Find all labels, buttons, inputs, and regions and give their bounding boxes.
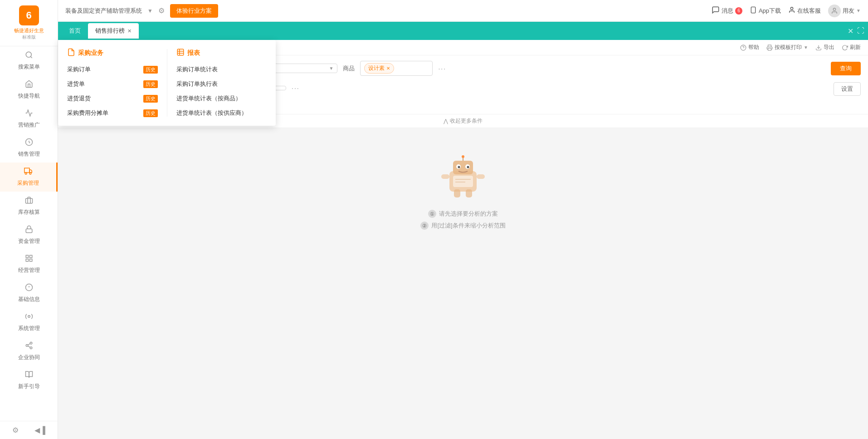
empty-hint-1: ① 请先选择要分析的方案 [420, 208, 505, 220]
svg-point-17 [26, 345, 28, 347]
sidebar-item-operations[interactable]: 经营管理 [0, 250, 58, 279]
goods-select[interactable]: 设计素 ✕ [360, 61, 433, 76]
marketing-icon [25, 109, 33, 119]
system-title: 装备及固定资产辅助管理系统 [65, 7, 142, 15]
svg-point-4 [25, 173, 27, 174]
sidebar-item-marketing[interactable]: 营销推广 [0, 104, 58, 133]
collapse-up-icon: ⋀ [444, 118, 448, 124]
phone-icon [750, 6, 757, 15]
industry-button[interactable]: 体验行业方案 [170, 4, 218, 18]
purchase-order-exec-item[interactable]: 采购订单执行表 [173, 77, 271, 91]
purchase-section: 采购业务 采购订单 历史 进货单 历史 进货退货 历史 采购费用分摊单 历史 [58, 45, 167, 120]
user-menu[interactable]: 用友 ▼ [828, 5, 861, 17]
goods-more-dots[interactable]: ··· [438, 65, 446, 72]
sidebar-item-funds[interactable]: 资金管理 [0, 221, 58, 250]
goods-stats-by-goods-item[interactable]: 进货单统计表（按商品） [173, 91, 271, 106]
sidebar-nav: 搜索菜单 快捷导航 营销推广 销售管理 [0, 46, 58, 421]
svg-rect-21 [751, 7, 755, 13]
tab-bar: 首页 销售排行榜 ✕ ✕ ⛶ [58, 22, 868, 40]
print-button[interactable]: 按模板打印 ▼ [766, 44, 808, 51]
toolbar-actions: 帮助 按模板打印 ▼ 导出 刷新 [740, 44, 861, 51]
sidebar-item-inventory[interactable]: 库存核算 [0, 192, 58, 221]
help-button[interactable]: 帮助 [740, 44, 759, 51]
logo-area: 6 畅捷通好生意 标准版 [0, 0, 58, 46]
sidebar-item-enterprise[interactable]: 企业协同 [0, 337, 58, 366]
svg-point-36 [462, 155, 464, 158]
svg-point-33 [458, 166, 460, 168]
collapse-sidebar-icon[interactable]: ◀▐ [34, 426, 45, 434]
svg-point-18 [30, 347, 32, 349]
svg-rect-10 [29, 259, 32, 261]
basic-info-icon [25, 283, 33, 294]
svg-rect-2 [24, 168, 29, 173]
tab-close-all-icon[interactable]: ✕ [848, 27, 853, 35]
sidebar-footer: ⚙ ◀▐ [0, 421, 58, 439]
sidebar: 6 畅捷通好生意 标准版 搜索菜单 快捷导航 [0, 0, 58, 439]
purchase-order-item[interactable]: 采购订单 历史 [63, 62, 161, 77]
export-button[interactable]: 导出 [815, 44, 834, 51]
operations-icon [25, 254, 33, 265]
purchase-order-stats-item[interactable]: 采购订单统计表 [173, 62, 271, 77]
svg-rect-37 [441, 174, 449, 179]
sidebar-item-system[interactable]: 系统管理 [0, 308, 58, 337]
svg-rect-9 [29, 256, 32, 258]
svg-point-15 [28, 316, 30, 318]
purchase-section-icon [67, 48, 75, 58]
guide-icon [25, 370, 33, 381]
svg-rect-44 [177, 49, 184, 55]
goods-stats-by-supplier-item[interactable]: 进货单统计表（按供应商） [173, 106, 271, 120]
query-button[interactable]: 查询 [831, 62, 861, 75]
sidebar-item-quick-nav[interactable]: 快捷导航 [0, 75, 58, 104]
svg-line-20 [28, 344, 30, 345]
tab-close-icon[interactable]: ✕ [127, 28, 132, 34]
svg-marker-3 [29, 170, 32, 173]
svg-point-23 [790, 7, 793, 10]
tab-bar-actions: ✕ ⛶ [848, 27, 864, 35]
tab-sales-rank[interactable]: 销售排行榜 ✕ [88, 23, 139, 39]
goods-tag-chip: 设计素 ✕ [364, 63, 394, 74]
svg-rect-38 [477, 174, 485, 179]
tab-home[interactable]: 首页 [62, 23, 88, 39]
header-right: 消息 6 App下载 在线客服 [712, 5, 861, 17]
sidebar-item-purchase[interactable]: 采购管理 [0, 163, 58, 192]
settings-button[interactable]: 设置 [834, 82, 861, 96]
goods-receipt-item[interactable]: 进货单 历史 [63, 77, 161, 91]
header-settings-icon[interactable]: ⚙ [158, 6, 165, 15]
purchase-icon [24, 167, 32, 178]
online-service-button[interactable]: 在线客服 [788, 6, 821, 15]
inventory-icon [25, 196, 33, 207]
purchase-expense-item[interactable]: 采购费用分摊单 历史 [63, 106, 161, 120]
goods-return-item[interactable]: 进货退货 历史 [63, 91, 161, 106]
svg-point-0 [26, 52, 31, 58]
svg-line-19 [28, 346, 30, 348]
tab-maximize-icon[interactable]: ⛶ [857, 27, 864, 35]
empty-illustration [436, 155, 490, 201]
message-button[interactable]: 消息 6 [712, 6, 742, 15]
system-icon [25, 312, 33, 323]
user-dropdown-icon: ▼ [856, 8, 861, 13]
settings-footer-icon[interactable]: ⚙ [12, 426, 19, 434]
enterprise-icon [25, 341, 33, 352]
logo-icon: 6 [19, 5, 39, 25]
print-dropdown-icon: ▼ [804, 45, 808, 50]
app-download-button[interactable]: App下载 [750, 6, 781, 15]
purchase-dropdown-menu: 采购业务 采购订单 历史 进货单 历史 进货退货 历史 采购费用分摊单 历史 报… [58, 40, 276, 126]
svg-point-16 [30, 342, 32, 345]
logo-text: 畅捷通好生意 标准版 [14, 27, 44, 40]
sidebar-item-search[interactable]: 搜索菜单 [0, 46, 58, 75]
report-section: 报表 采购订单统计表 采购订单执行表 进货单统计表（按商品） 进货单统计表（按供… [167, 45, 276, 120]
sidebar-item-guide[interactable]: 新手引导 [0, 366, 58, 395]
message-icon [712, 6, 720, 15]
header-dropdown-arrow[interactable]: ▼ [147, 8, 153, 14]
purchase-section-title: 采购业务 [63, 45, 161, 62]
sidebar-item-basic-info[interactable]: 基础信息 [0, 279, 58, 308]
salesperson-more-dots[interactable]: ··· [292, 84, 300, 92]
doc-status-chevron-icon: ▼ [329, 66, 334, 71]
sidebar-item-sales[interactable]: 销售管理 [0, 133, 58, 163]
goods-tag-remove-icon[interactable]: ✕ [386, 66, 390, 71]
empty-hint-2: ② 用[过滤]条件来缩小分析范围 [420, 220, 505, 232]
svg-rect-7 [26, 229, 32, 233]
empty-hints: ① 请先选择要分析的方案 ② 用[过滤]条件来缩小分析范围 [420, 208, 505, 232]
refresh-button[interactable]: 刷新 [842, 44, 861, 51]
avatar [828, 5, 841, 17]
